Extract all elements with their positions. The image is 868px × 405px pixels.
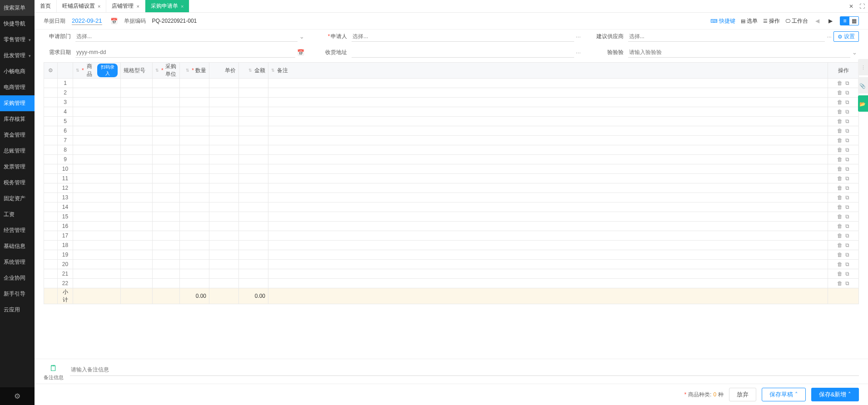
sort-icon[interactable]: ⇅ [155, 68, 159, 73]
delete-icon[interactable]: 🗑 [837, 137, 843, 143]
view-list-icon[interactable]: ≡ [840, 17, 849, 25]
calendar-icon[interactable]: 📅 [110, 18, 118, 25]
copy-icon[interactable]: ⧉ [845, 80, 849, 86]
sidebar-settings[interactable]: ⚙ [0, 387, 35, 405]
copy-icon[interactable]: ⧉ [845, 213, 849, 220]
sidebar-item-14[interactable]: 经营管理 [0, 222, 35, 238]
col-settings[interactable]: ⚙ [44, 63, 58, 79]
table-row[interactable]: 11🗑⧉ [44, 174, 859, 183]
sort-icon[interactable]: ⇅ [248, 68, 252, 73]
delete-icon[interactable]: 🗑 [837, 175, 843, 182]
table-row[interactable]: 7🗑⧉ [44, 136, 859, 145]
applicant-input[interactable] [352, 31, 574, 42]
delete-icon[interactable]: 🗑 [837, 80, 843, 86]
rail-button[interactable]: 📂 [858, 95, 868, 112]
copy-icon[interactable]: ⧉ [845, 185, 849, 191]
table-row[interactable]: 10🗑⧉ [44, 164, 859, 174]
rail-button[interactable]: 📎 [858, 77, 868, 94]
table-row[interactable]: 19🗑⧉ [44, 250, 859, 260]
sort-icon[interactable]: ⇅ [271, 68, 275, 73]
table-row[interactable]: 1🗑⧉ [44, 79, 859, 88]
table-row[interactable]: 15🗑⧉ [44, 212, 859, 222]
sidebar-item-4[interactable]: 小畅电商 [0, 64, 35, 79]
delete-icon[interactable]: 🗑 [837, 128, 843, 134]
sidebar-item-3[interactable]: 批发管理▾ [0, 48, 35, 64]
more-icon[interactable]: ··· [574, 33, 583, 40]
table-row[interactable]: 18🗑⧉ [44, 241, 859, 250]
copy-icon[interactable]: ⧉ [845, 280, 849, 286]
sidebar-item-7[interactable]: 库存核算 [0, 111, 35, 127]
tab-2[interactable]: 店铺管理× [106, 0, 145, 12]
table-row[interactable]: 14🗑⧉ [44, 202, 859, 212]
sidebar-item-10[interactable]: 发票管理 [0, 159, 35, 175]
more-icon[interactable]: ··· [574, 49, 583, 56]
tab-1[interactable]: 旺铺店铺设置× [57, 0, 106, 12]
copy-icon[interactable]: ⧉ [845, 194, 849, 201]
table-row[interactable]: 12🗑⧉ [44, 183, 859, 193]
copy-icon[interactable]: ⧉ [845, 118, 849, 124]
sidebar-item-0[interactable]: 搜索菜单 [0, 0, 35, 16]
copy-icon[interactable]: ⧉ [845, 204, 849, 210]
sidebar-item-12[interactable]: 固定资产 [0, 191, 35, 207]
nav-prev[interactable]: ◀ [813, 18, 821, 24]
table-row[interactable]: 3🗑⧉ [44, 98, 859, 107]
delete-icon[interactable]: 🗑 [837, 118, 843, 124]
abandon-button[interactable]: 放弃 [729, 388, 756, 401]
delete-icon[interactable]: 🗑 [837, 271, 843, 277]
table-row[interactable]: 4🗑⧉ [44, 107, 859, 117]
copy-icon[interactable]: ⧉ [845, 242, 849, 248]
sidebar-item-5[interactable]: 电商管理 [0, 79, 35, 95]
sidebar-item-6[interactable]: 采购管理 [0, 95, 35, 111]
delete-icon[interactable]: 🗑 [837, 252, 843, 258]
calendar-icon[interactable]: 📅 [295, 49, 306, 56]
table-row[interactable]: 22🗑⧉ [44, 279, 859, 288]
chevron-down-icon[interactable]: ⌄ [298, 33, 306, 40]
table-row[interactable]: 9🗑⧉ [44, 155, 859, 164]
tab-3[interactable]: 采购申请单× [145, 0, 189, 12]
sidebar-item-17[interactable]: 企业协同 [0, 270, 35, 286]
copy-icon[interactable]: ⧉ [845, 271, 849, 277]
table-row[interactable]: 13🗑⧉ [44, 193, 859, 202]
delete-icon[interactable]: 🗑 [837, 194, 843, 201]
sidebar-item-8[interactable]: 资金管理 [0, 127, 35, 143]
sidebar-item-18[interactable]: 新手引导 [0, 286, 35, 302]
delete-icon[interactable]: 🗑 [837, 242, 843, 248]
remark-input[interactable] [70, 364, 859, 376]
sidebar-item-19[interactable]: 云应用 [0, 302, 35, 318]
save-draft-button[interactable]: 保存草稿 ˄ [762, 388, 806, 401]
scan-badge[interactable]: 扫码录入 [97, 64, 118, 77]
copy-icon[interactable]: ⧉ [845, 166, 849, 172]
copy-icon[interactable]: ⧉ [845, 223, 849, 229]
copy-icon[interactable]: ⧉ [845, 137, 849, 143]
col-qty[interactable]: ⇅*数量 [180, 63, 209, 79]
sidebar-item-13[interactable]: 工资 [0, 207, 35, 222]
delete-icon[interactable]: 🗑 [837, 223, 843, 229]
delete-icon[interactable]: 🗑 [837, 185, 843, 191]
delete-icon[interactable]: 🗑 [837, 147, 843, 153]
copy-icon[interactable]: ⧉ [845, 232, 849, 239]
table-row[interactable]: 21🗑⧉ [44, 269, 859, 279]
copy-icon[interactable]: ⧉ [845, 175, 849, 182]
col-amount[interactable]: ⇅金额 [239, 63, 268, 79]
sidebar-item-1[interactable]: 快捷导航 [0, 16, 35, 32]
operate-link[interactable]: ☰操作 [763, 17, 780, 25]
view-grid-icon[interactable]: ▦ [849, 17, 858, 25]
nav-next[interactable]: ▶ [827, 18, 834, 24]
more-icon[interactable]: ··· [825, 33, 833, 40]
delete-icon[interactable]: 🗑 [837, 204, 843, 210]
supplier-input[interactable] [628, 31, 825, 42]
save-new-button[interactable]: 保存&新增 ˄ [811, 388, 859, 401]
inspector-input[interactable] [628, 47, 850, 58]
copy-icon[interactable]: ⧉ [845, 147, 849, 153]
copy-icon[interactable]: ⧉ [845, 252, 849, 258]
addr-input[interactable] [352, 47, 574, 58]
delete-icon[interactable]: 🗑 [837, 89, 843, 96]
table-row[interactable]: 8🗑⧉ [44, 145, 859, 155]
delete-icon[interactable]: 🗑 [837, 213, 843, 220]
table-row[interactable]: 20🗑⧉ [44, 260, 859, 269]
copy-icon[interactable]: ⧉ [845, 89, 849, 96]
delete-icon[interactable]: 🗑 [837, 99, 843, 105]
table-row[interactable]: 6🗑⧉ [44, 126, 859, 136]
copy-icon[interactable]: ⧉ [845, 99, 849, 105]
workbench-link[interactable]: 🖵工作台 [785, 17, 808, 25]
